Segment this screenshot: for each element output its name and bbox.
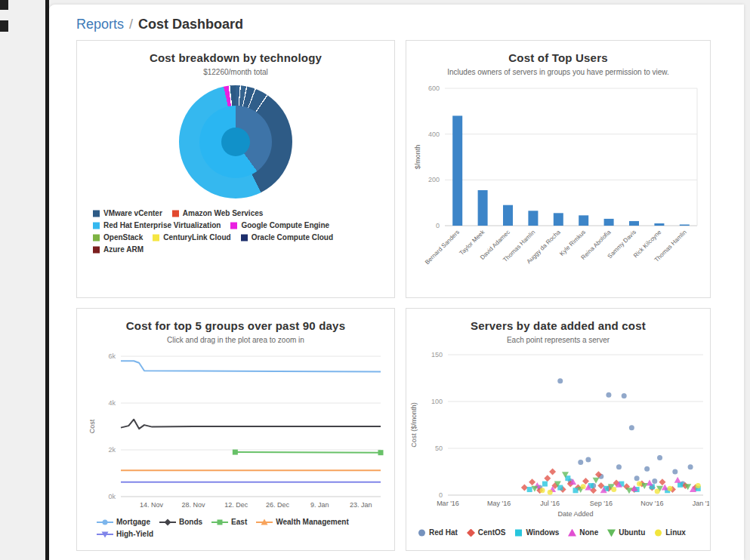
svg-text:0: 0 bbox=[436, 222, 440, 229]
svg-text:Jan '17: Jan '17 bbox=[693, 500, 709, 507]
legend-label: None bbox=[579, 528, 598, 537]
legend-label: Mortgage bbox=[116, 518, 150, 526]
legend-item-mortgage[interactable]: Mortgage bbox=[97, 518, 150, 526]
bar-rick-kilcoyne[interactable] bbox=[654, 223, 664, 226]
bar-taylor-meek[interactable] bbox=[478, 190, 488, 226]
svg-text:$/month: $/month bbox=[414, 145, 421, 170]
legend-label: High-Yield bbox=[116, 530, 153, 538]
bar-kyle-rimkus[interactable] bbox=[579, 215, 588, 226]
triangle-down-marker-icon bbox=[97, 531, 113, 538]
square-marker-icon bbox=[230, 222, 238, 229]
card-servers-scatter: Servers by date added and cost Each poin… bbox=[406, 308, 711, 551]
svg-text:100: 100 bbox=[431, 398, 443, 405]
line-legend: MortgageBondsEastWealth ManagementHigh-Y… bbox=[97, 518, 375, 538]
square-marker-icon bbox=[92, 210, 100, 217]
square-marker-icon bbox=[92, 246, 100, 254]
window-artifact bbox=[0, 0, 8, 10]
triangle-marker-icon bbox=[568, 529, 576, 537]
legend-item-none[interactable]: None bbox=[568, 528, 598, 537]
svg-text:4k: 4k bbox=[108, 399, 116, 407]
card-cost-breakdown: Cost breakdown by technology $12260/mont… bbox=[76, 40, 395, 298]
chart-subtitle: Each point represents a server bbox=[406, 336, 710, 344]
svg-text:400: 400 bbox=[428, 131, 440, 138]
svg-text:May '16: May '16 bbox=[487, 500, 511, 507]
legend-label: Windows bbox=[526, 528, 559, 537]
svg-text:Jul '16: Jul '16 bbox=[540, 500, 560, 507]
svg-text:150: 150 bbox=[431, 351, 443, 358]
legend-item-windows[interactable]: Windows bbox=[514, 528, 559, 537]
svg-text:0k: 0k bbox=[108, 493, 116, 500]
legend-label: CentOS bbox=[478, 528, 506, 537]
svg-text:23. Jan: 23. Jan bbox=[350, 501, 372, 509]
svg-text:Cost: Cost bbox=[88, 419, 96, 433]
series-line-bonds[interactable] bbox=[121, 420, 381, 429]
chart-title: Cost of Top Users bbox=[406, 51, 710, 64]
svg-text:28. Nov: 28. Nov bbox=[181, 501, 205, 509]
triangle-marker-icon bbox=[256, 518, 273, 526]
bar-thomas-hamlin[interactable] bbox=[680, 224, 690, 226]
legend-item-centurylink-cloud[interactable]: CenturyLink Cloud bbox=[152, 233, 230, 242]
bar-reina-abolofia[interactable] bbox=[604, 219, 614, 226]
svg-text:50: 50 bbox=[435, 445, 443, 452]
legend-item-east[interactable]: East bbox=[211, 518, 247, 526]
breadcrumb-reports-link[interactable]: Reports bbox=[76, 17, 124, 32]
circle-marker-icon bbox=[418, 529, 426, 537]
pie-legend: VMware vCenterAmazon Web ServicesRed Hat… bbox=[92, 209, 379, 254]
dashboard-grid: Cost breakdown by technology $12260/mont… bbox=[76, 40, 744, 551]
legend-label: OpenStack bbox=[103, 233, 143, 242]
legend-label: Red Hat Enterprise Virtualization bbox=[103, 221, 221, 229]
circle-marker-icon bbox=[97, 518, 113, 526]
bar-sammy-davis[interactable] bbox=[629, 221, 639, 226]
legend-label: East bbox=[231, 518, 247, 526]
legend-item-google-compute-engine[interactable]: Google Compute Engine bbox=[230, 221, 329, 229]
legend-label: Linux bbox=[665, 528, 686, 537]
bar-chart-canvas[interactable]: 0200400600Bernard SandersTaylor MeekDavi… bbox=[410, 78, 706, 268]
series-line-mortgage[interactable] bbox=[121, 361, 381, 371]
legend-item-centos[interactable]: CentOS bbox=[467, 528, 506, 537]
legend-item-wealth-management[interactable]: Wealth Management bbox=[256, 518, 349, 526]
chart-title: Cost breakdown by technology bbox=[77, 51, 394, 64]
scatter-chart-canvas[interactable]: 050100150Mar '16May '16Jul '16Sep '16Nov… bbox=[407, 346, 709, 527]
legend-item-red-hat[interactable]: Red Hat bbox=[418, 528, 458, 537]
donut-chart[interactable] bbox=[179, 85, 292, 198]
series-line-east[interactable] bbox=[235, 452, 381, 453]
svg-text:0: 0 bbox=[439, 491, 443, 499]
svg-text:Mar '16: Mar '16 bbox=[437, 500, 459, 507]
legend-label: Ubuntu bbox=[619, 528, 645, 537]
line-chart-canvas[interactable]: 0k2k4k6k14. Nov28. Nov12. Dec26. Dec9. J… bbox=[85, 346, 387, 515]
svg-text:Date Added: Date Added bbox=[557, 510, 593, 518]
chart-subtitle: Includes owners of servers in groups you… bbox=[406, 68, 710, 76]
square-marker-icon bbox=[240, 234, 248, 242]
legend-item-amazon-web-services[interactable]: Amazon Web Services bbox=[171, 209, 264, 217]
legend-label: Azure ARM bbox=[103, 245, 144, 254]
bar-thomas-hamlin[interactable] bbox=[528, 211, 538, 226]
diamond-marker-icon bbox=[467, 529, 475, 537]
svg-text:Bernard Sanders: Bernard Sanders bbox=[424, 229, 461, 266]
legend-label: Wealth Management bbox=[276, 518, 349, 526]
svg-text:600: 600 bbox=[428, 85, 440, 92]
card-top-users: Cost of Top Users Includes owners of ser… bbox=[406, 40, 711, 298]
legend-item-azure-arm[interactable]: Azure ARM bbox=[92, 245, 144, 254]
legend-item-red-hat-enterprise-virtualization[interactable]: Red Hat Enterprise Virtualization bbox=[92, 221, 221, 229]
square-marker-icon bbox=[92, 222, 100, 229]
square-marker-icon bbox=[211, 518, 228, 526]
legend-item-vmware-vcenter[interactable]: VMware vCenter bbox=[92, 209, 162, 217]
legend-label: Amazon Web Services bbox=[183, 209, 264, 217]
legend-item-openstack[interactable]: OpenStack bbox=[92, 233, 143, 242]
legend-label: Oracle Compute Cloud bbox=[252, 233, 333, 242]
bar-david-adamec[interactable] bbox=[503, 205, 513, 226]
legend-item-high-yield[interactable]: High-Yield bbox=[97, 530, 153, 538]
svg-text:Sep '16: Sep '16 bbox=[590, 500, 613, 507]
scatter-legend: Red HatCentOSWindowsNoneUbuntuLinux bbox=[418, 528, 699, 537]
svg-text:Cost ($/month): Cost ($/month) bbox=[410, 402, 418, 448]
legend-item-oracle-compute-cloud[interactable]: Oracle Compute Cloud bbox=[240, 233, 333, 242]
svg-text:9. Jan: 9. Jan bbox=[310, 501, 329, 509]
donut-center bbox=[221, 128, 250, 156]
legend-item-ubuntu[interactable]: Ubuntu bbox=[607, 528, 645, 537]
legend-item-linux[interactable]: Linux bbox=[654, 528, 686, 537]
bar-auggy-da-rocha[interactable] bbox=[554, 213, 563, 226]
bar-bernard-sanders[interactable] bbox=[452, 115, 462, 226]
square-marker-icon bbox=[514, 529, 523, 537]
legend-item-bonds[interactable]: Bonds bbox=[159, 518, 202, 526]
svg-text:12. Dec: 12. Dec bbox=[224, 501, 248, 509]
